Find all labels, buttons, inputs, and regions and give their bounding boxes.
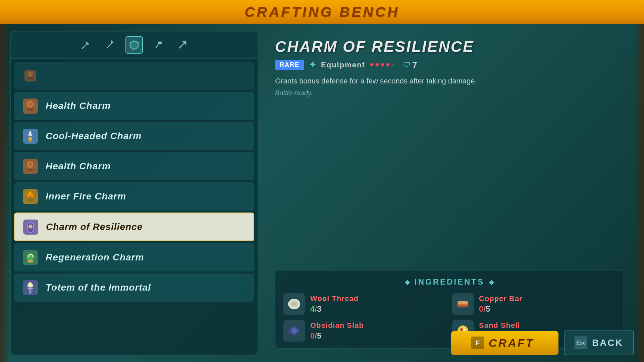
diamond-icon-left: ◆ [405,278,410,286]
item-name-totem-of-immortal: Totem of the Immortal [46,282,151,293]
svg-point-17 [28,137,32,141]
svg-rect-25 [28,199,33,201]
header-title: CRAFTING BENCH [245,4,399,20]
svg-line-3 [108,46,109,47]
category-tabs [11,32,258,59]
ingredient-name-wool-thread: Wool Thread [310,294,359,303]
edge-decoration-left [0,0,10,362]
ingredient-info-wool-thread: Wool Thread 4/3 [310,294,359,314]
left-panel: Health Charm Cool-Headed Charm [10,31,258,355]
ingredient-info-obsidian-slab: Obsidian Slab 0/5 [310,321,364,341]
svg-rect-14 [27,108,34,111]
ingredient-info-copper-bar: Copper Bar 0/5 [479,294,523,314]
count-have-copper: 0 [479,304,483,313]
item-icon-partial [20,66,40,86]
ingredient-count-obsidian-slab: 0/5 [310,331,364,341]
rarity-badge: RARE [275,60,304,70]
back-label: BACK [592,338,623,348]
count-need-copper: 5 [486,304,490,313]
item-title-section: CHARM OF RESILIENCE RARE ✦ Equipment ♥ ♥… [275,38,624,97]
ingredient-icon-wool-thread [283,293,305,315]
item-icon-totem-of-immortal [20,278,40,298]
shield-number: 7 [413,60,417,70]
list-item-charm-of-resilience[interactable]: Charm of Resilience [14,213,254,241]
item-icon-regeneration-charm [20,247,40,267]
tab-icon-arrow[interactable] [174,36,191,54]
header-bar: CRAFTING BENCH [0,0,644,24]
hearts-container: ♥ ♥ ♥ ♥ ♥ [370,61,395,69]
tab-icon-hammer[interactable] [150,36,167,54]
list-item-partial[interactable] [14,62,254,90]
item-name-health-charm-2: Health Charm [46,161,111,172]
svg-rect-31 [28,260,33,262]
item-list: Health Charm Cool-Headed Charm [11,59,258,355]
list-item-health-charm-2[interactable]: Health Charm [14,152,254,180]
ingredient-copper-bar: Copper Bar 0/5 [452,293,615,315]
svg-point-15 [29,103,32,106]
svg-point-21 [29,163,32,166]
bottom-bar: F CRAFT Esc BACK [451,330,634,355]
heart-2: ♥ [375,61,379,69]
svg-rect-20 [27,169,34,171]
ingredient-count-wool-thread: 4/3 [310,304,359,314]
svg-rect-5 [158,42,162,44]
item-name-charm-of-resilience: Charm of Resilience [46,222,143,232]
svg-line-6 [156,44,158,48]
ingredients-line-right [499,282,615,282]
craft-label: CRAFT [489,337,534,350]
shield-count: 🛡 7 [403,60,417,70]
svg-rect-11 [27,77,33,79]
svg-rect-37 [458,301,468,304]
svg-point-35 [292,302,296,306]
list-item-inner-fire-charm[interactable]: Inner Fire Charm [14,182,254,210]
item-main-title: CHARM OF RESILIENCE [275,38,624,56]
svg-line-4 [107,48,107,48]
ingredient-name-sand-shell: Sand Shell [479,321,520,330]
count-have-wool: 4 [310,304,315,313]
craft-button[interactable]: F CRAFT [451,331,558,355]
ingredient-count-copper-bar: 0/5 [479,304,523,314]
item-meta: RARE ✦ Equipment ♥ ♥ ♥ ♥ ♥ 🛡 7 [275,60,624,70]
ingredient-icon-copper-bar [452,293,474,315]
svg-line-1 [82,47,84,49]
item-name-cool-headed-charm: Cool-Headed Charm [46,131,142,141]
main-container: Health Charm Cool-Headed Charm [10,24,634,362]
item-icon-health-charm-2 [20,156,40,176]
item-icon-charm-of-resilience [20,217,41,237]
ingredient-name-copper-bar: Copper Bar [479,294,523,303]
count-have-obsidian: 0 [310,331,315,340]
heart-5: ♥ [391,61,395,69]
tab-icon-sword[interactable] [101,36,119,54]
item-name-inner-fire-charm: Inner Fire Charm [46,191,126,202]
meta-cross-icon: ✦ [309,60,316,70]
svg-rect-38 [458,305,468,307]
svg-point-45 [461,329,462,330]
tab-icon-shield[interactable] [125,36,143,54]
item-name-health-charm-1: Health Charm [46,101,111,111]
list-item-health-charm-1[interactable]: Health Charm [14,92,254,120]
heart-4: ♥ [386,61,390,69]
back-key: Esc [575,337,587,349]
item-name-regeneration-charm: Regeneration Charm [46,252,144,263]
ingredient-wool-thread: Wool Thread 4/3 [283,293,447,315]
count-need-obsidian: 5 [317,331,321,340]
item-icon-health-charm-1 [20,96,40,116]
svg-point-10 [28,71,33,77]
item-icon-inner-fire-charm [20,186,40,206]
list-item-cool-headed-charm[interactable]: Cool-Headed Charm [14,122,254,150]
heart-3: ♥ [380,61,384,69]
list-item-totem-of-immortal[interactable]: Totem of the Immortal [14,274,254,302]
edge-decoration-right [634,0,644,362]
ingredient-icon-obsidian-slab [283,320,305,342]
list-item-regeneration-charm[interactable]: Regeneration Charm [14,243,254,272]
tab-icon-pickaxe[interactable] [77,36,95,54]
ingredient-name-obsidian-slab: Obsidian Slab [310,321,364,330]
back-button[interactable]: Esc BACK [564,330,634,355]
diamond-icon-right: ◆ [489,278,494,286]
shield-small-icon: 🛡 [403,61,411,69]
ingredients-header: ◆ INGREDIENTS ◆ [283,277,615,287]
item-description: Grants bonus defense for a few seconds a… [275,75,624,86]
equipment-label: Equipment [321,61,365,69]
ingredient-obsidian-slab: Obsidian Slab 0/5 [283,320,447,342]
item-flavor: Battle-ready. [275,89,624,97]
